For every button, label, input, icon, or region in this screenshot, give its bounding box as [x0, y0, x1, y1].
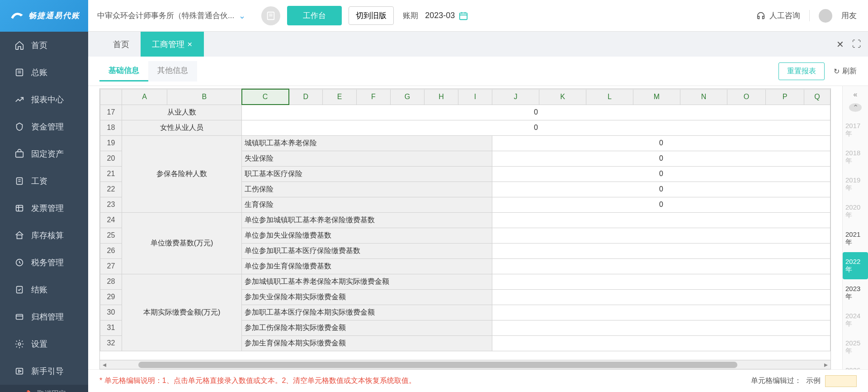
row-sublabel[interactable]: 参加失业保险本期实际缴费金额	[242, 289, 492, 305]
cell[interactable]	[492, 228, 830, 243]
period-value[interactable]: 2023-03	[425, 11, 455, 20]
row-label[interactable]: 女性从业人员	[122, 120, 242, 135]
row-header[interactable]: 27	[100, 258, 122, 274]
year-item[interactable]: 2021年	[843, 225, 868, 252]
sidebar-item[interactable]: 设置	[0, 330, 88, 358]
row-header[interactable]: 26	[100, 243, 122, 258]
sidebar-item[interactable]: 新手引导	[0, 358, 88, 385]
row-header[interactable]: 19	[100, 135, 122, 151]
old-version-button[interactable]: 切到旧版	[349, 6, 394, 25]
close-all-icon[interactable]: ✕	[836, 39, 844, 50]
column-header[interactable]: J	[492, 89, 539, 105]
sidebar-item[interactable]: 工资	[0, 167, 88, 195]
row-sublabel[interactable]: 失业保险	[242, 151, 492, 166]
sidebar-item[interactable]: 税务管理	[0, 249, 88, 276]
corner-cell[interactable]	[100, 89, 122, 105]
tab-home[interactable]: 首页	[102, 32, 141, 57]
column-header[interactable]: B	[167, 89, 242, 105]
row-sublabel[interactable]: 参加生育保险本期实际缴费金额	[242, 335, 492, 351]
avatar[interactable]	[819, 9, 832, 23]
column-header[interactable]: H	[425, 89, 458, 105]
row-header[interactable]: 28	[100, 274, 122, 289]
year-item[interactable]: 2017年	[843, 116, 868, 143]
column-header[interactable]: D	[289, 89, 323, 105]
cell[interactable]: 0	[242, 120, 830, 135]
cell[interactable]: 0	[492, 166, 830, 182]
reset-report-button[interactable]: 重置报表	[778, 62, 825, 80]
year-item[interactable]: 2018年	[843, 143, 868, 171]
column-header[interactable]: F	[357, 89, 391, 105]
row-header[interactable]: 32	[100, 335, 122, 351]
sidebar-item[interactable]: 总账	[0, 59, 88, 86]
group-label[interactable]: 本期实际缴费金额(万元)	[122, 274, 242, 351]
unpin-button[interactable]: 📌▸ 取消固定	[0, 385, 88, 392]
tab-business[interactable]: 工商管理 ✕	[141, 32, 204, 57]
year-item[interactable]: 2023年	[843, 279, 868, 306]
column-header[interactable]: M	[633, 89, 680, 105]
column-header[interactable]: P	[766, 89, 804, 105]
row-sublabel[interactable]: 参加职工基本医疗保险本期实际缴费金额	[242, 305, 492, 320]
column-header[interactable]: A	[122, 89, 167, 105]
row-sublabel[interactable]: 参加城镇职工基本养老保险本期实际缴费金额	[242, 274, 492, 289]
column-header[interactable]: O	[727, 89, 766, 105]
cell[interactable]	[492, 320, 830, 335]
spreadsheet-grid[interactable]: ABCDEFGHIJKLMNOPQ 17从业人数018女性从业人员019参保各险…	[99, 88, 831, 360]
group-label[interactable]: 单位缴费基数(万元)	[122, 212, 242, 274]
row-sublabel[interactable]: 职工基本医疗保险	[242, 166, 492, 182]
row-header[interactable]: 22	[100, 182, 122, 197]
row-header[interactable]: 21	[100, 166, 122, 182]
sidebar-item[interactable]: 发票管理	[0, 195, 88, 222]
cell[interactable]: 0	[242, 105, 830, 120]
horizontal-scrollbar[interactable]: ◂ ▸	[99, 360, 831, 369]
subtab-basic[interactable]: 基础信息	[99, 61, 148, 81]
column-header[interactable]: N	[680, 89, 727, 105]
calendar-icon[interactable]	[458, 11, 468, 21]
column-header[interactable]: I	[458, 89, 492, 105]
fullscreen-icon[interactable]: ⛶	[852, 39, 861, 49]
row-sublabel[interactable]: 工伤保险	[242, 182, 492, 197]
workbench-button[interactable]: 工作台	[287, 6, 342, 25]
sidebar-item[interactable]: 首页	[0, 32, 88, 59]
sidebar-item[interactable]: 固定资产	[0, 140, 88, 167]
row-sublabel[interactable]: 城镇职工基本养老保险	[242, 135, 492, 151]
cell[interactable]	[492, 274, 830, 289]
consult-link[interactable]: 人工咨询	[756, 10, 800, 21]
cell[interactable]: 0	[492, 182, 830, 197]
year-up-button[interactable]: ⌃	[849, 103, 862, 112]
cell[interactable]: 0	[492, 151, 830, 166]
cell[interactable]	[492, 258, 830, 274]
cell[interactable]: 0	[492, 135, 830, 151]
year-item[interactable]: 2022年	[843, 252, 868, 279]
column-header[interactable]: G	[391, 89, 425, 105]
year-item[interactable]: 2026年	[843, 361, 868, 369]
cell[interactable]	[492, 243, 830, 258]
cell[interactable]	[492, 289, 830, 305]
username[interactable]: 用友	[841, 10, 857, 21]
group-label[interactable]: 参保各险种人数	[122, 135, 242, 212]
row-label[interactable]: 从业人数	[122, 105, 242, 120]
year-item[interactable]: 2019年	[843, 171, 868, 198]
year-item[interactable]: 2025年	[843, 334, 868, 361]
sidebar-item[interactable]: 归档管理	[0, 303, 88, 330]
year-item[interactable]: 2020年	[843, 198, 868, 225]
row-header[interactable]: 24	[100, 212, 122, 228]
row-header[interactable]: 20	[100, 151, 122, 166]
row-header[interactable]: 18	[100, 120, 122, 135]
row-header[interactable]: 29	[100, 289, 122, 305]
row-sublabel[interactable]: 单位参加失业保险缴费基数	[242, 228, 492, 243]
scroll-thumb[interactable]	[138, 362, 737, 368]
cell[interactable]: 0	[492, 197, 830, 212]
sidebar-item[interactable]: 结账	[0, 276, 88, 303]
row-sublabel[interactable]: 单位参加生育保险缴费基数	[242, 258, 492, 274]
column-header[interactable]: Q	[804, 89, 830, 105]
column-header[interactable]: E	[323, 89, 357, 105]
row-sublabel[interactable]: 单位参加城镇职工基本养老保险缴费基数	[242, 212, 492, 228]
column-header[interactable]: C	[242, 89, 289, 105]
row-header[interactable]: 31	[100, 320, 122, 335]
cell[interactable]	[492, 335, 830, 351]
year-item[interactable]: 2024年	[843, 306, 868, 334]
row-header[interactable]: 25	[100, 228, 122, 243]
sidebar-item[interactable]: 资金管理	[0, 113, 88, 140]
row-header[interactable]: 30	[100, 305, 122, 320]
sidebar-item[interactable]: 报表中心	[0, 86, 88, 113]
